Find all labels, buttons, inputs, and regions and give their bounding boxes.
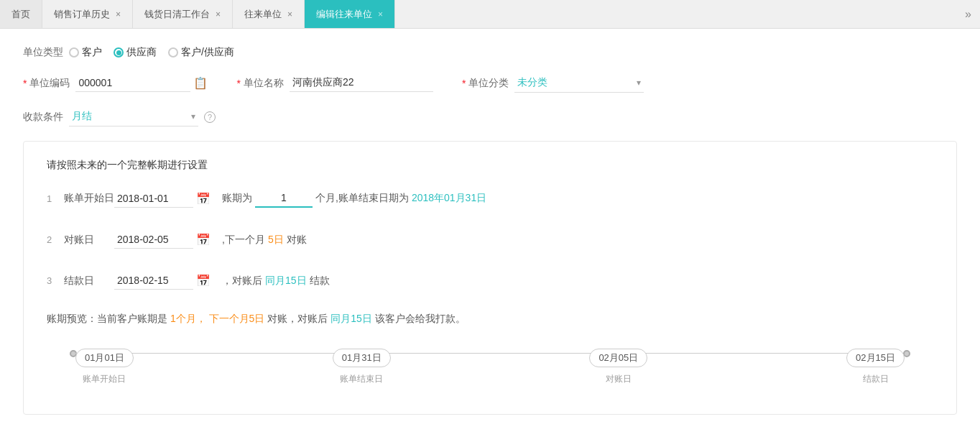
preview-label: 账期预览：当前客户账期是 bbox=[47, 313, 167, 324]
period-desc-3-prefix: ，对账后 bbox=[222, 275, 262, 288]
timeline-nodes: 01月01日 账单开始日 01月31日 账单结束日 02月05日 对账日 bbox=[75, 343, 905, 385]
tl-label-0: 账单开始日 bbox=[83, 373, 126, 385]
tab-edit-partner-close[interactable]: × bbox=[378, 9, 383, 19]
tab-sales-history-close[interactable]: × bbox=[116, 9, 121, 19]
tl-label-3: 结款日 bbox=[863, 373, 889, 385]
timeline: 01月01日 账单开始日 01月31日 账单结束日 02月05日 对账日 bbox=[47, 343, 933, 385]
unit-code-copy-icon[interactable]: 📋 bbox=[193, 76, 208, 90]
payment-row: 收款条件 月结 ▾ ? bbox=[23, 107, 957, 126]
tab-home[interactable]: 首页 bbox=[0, 0, 42, 28]
period-cal-3-icon[interactable]: 📅 bbox=[196, 274, 211, 288]
period-name-1: 账单开始日 bbox=[64, 192, 114, 205]
unit-name-input[interactable] bbox=[290, 74, 433, 92]
tab-sales-history-label: 销售订单历史 bbox=[54, 8, 110, 21]
payment-label: 收款条件 bbox=[23, 111, 63, 124]
preview-section: 账期预览：当前客户账期是 1个月， 下一个月5日 对账，对账后 同月15日 该客… bbox=[47, 313, 933, 397]
radio-supplier[interactable]: 供应商 bbox=[114, 46, 157, 59]
unit-category-value: 未分类 bbox=[517, 76, 637, 89]
payment-value: 月结 bbox=[72, 110, 191, 123]
preview-part2: 下一个月5日 bbox=[209, 313, 265, 324]
period-end-date-highlight: 2018年01月31日 bbox=[412, 192, 486, 205]
radio-both-circle bbox=[168, 47, 178, 58]
tl-label-1: 账单结束日 bbox=[340, 373, 383, 385]
period-row-2: 2 对账日 📅 ,下一个月 5日 对账 bbox=[47, 231, 933, 254]
unit-code-label: 单位编码 bbox=[29, 77, 70, 90]
tab-partner-label: 往来单位 bbox=[244, 8, 282, 21]
period-row-3: 3 结款日 📅 ，对账后 同月15日 结款 bbox=[47, 272, 933, 295]
period-desc-2: ,下一个月 5日 对账 bbox=[222, 234, 307, 247]
tl-label-2: 对账日 bbox=[606, 373, 632, 385]
period-desc-3-suffix: 结款 bbox=[310, 275, 330, 288]
tab-bar: 首页 销售订单历史 × 钱货日清工作台 × 往来单位 × 编辑往来单位 × » bbox=[0, 0, 980, 29]
radio-customer[interactable]: 客户 bbox=[69, 46, 102, 59]
unit-info-row: * 单位编码 📋 * 单位名称 * 单位分类 未分类 ▾ bbox=[23, 73, 957, 93]
tab-cash-work[interactable]: 钱货日清工作台 × bbox=[133, 0, 233, 28]
unit-category-arrow-icon: ▾ bbox=[637, 78, 641, 88]
unit-code-group: * 单位编码 📋 bbox=[23, 74, 208, 92]
card-title: 请按照未来的一个完整帐期进行设置 bbox=[47, 159, 933, 172]
unit-category-dropdown[interactable]: 未分类 ▾ bbox=[514, 73, 644, 93]
tab-more-icon: » bbox=[965, 8, 971, 20]
period-desc-1: 账期为 个月,账单结束日期为 2018年01月31日 bbox=[222, 189, 486, 208]
radio-both[interactable]: 客户/供应商 bbox=[168, 46, 234, 59]
timeline-node-3: 02月15日 结款日 bbox=[846, 343, 905, 385]
preview-text: 账期预览：当前客户账期是 1个月， 下一个月5日 对账，对账后 同月15日 该客… bbox=[47, 313, 933, 326]
tab-more-button[interactable]: » bbox=[956, 8, 980, 21]
period-date-3[interactable] bbox=[114, 272, 193, 290]
tab-edit-partner-label: 编辑往来单位 bbox=[316, 8, 372, 21]
period-desc-3: ，对账后 同月15日 结款 bbox=[222, 275, 330, 288]
timeline-node-1: 01月31日 账单结束日 bbox=[333, 343, 391, 385]
unit-code-star: * bbox=[23, 78, 27, 89]
preview-part3: 同月15日 bbox=[330, 313, 372, 324]
payment-help-icon[interactable]: ? bbox=[204, 111, 216, 123]
page-content: 单位类型 客户 供应商 客户/供应商 * 单位编码 📋 * 单位名称 bbox=[0, 29, 980, 437]
radio-both-label: 客户/供应商 bbox=[181, 46, 234, 59]
preview-middle: 对账，对账后 bbox=[267, 313, 328, 324]
period-date-1[interactable] bbox=[114, 190, 193, 208]
unit-type-row: 单位类型 客户 供应商 客户/供应商 bbox=[23, 46, 957, 59]
tab-edit-partner[interactable]: 编辑往来单位 × bbox=[305, 0, 395, 28]
timeline-node-0: 01月01日 账单开始日 bbox=[75, 343, 134, 385]
tab-cash-work-close[interactable]: × bbox=[216, 9, 221, 19]
period-desc-2-prefix: ,下一个月 bbox=[222, 234, 265, 247]
period-date-2[interactable] bbox=[114, 231, 193, 249]
unit-type-radio-group: 客户 供应商 客户/供应商 bbox=[69, 46, 234, 59]
tab-partner-close[interactable]: × bbox=[287, 9, 292, 19]
unit-name-star: * bbox=[236, 78, 240, 89]
radio-supplier-label: 供应商 bbox=[126, 46, 157, 59]
payment-arrow-icon: ▾ bbox=[191, 111, 195, 121]
unit-name-label: 单位名称 bbox=[244, 77, 284, 90]
tab-sales-history[interactable]: 销售订单历史 × bbox=[42, 0, 133, 28]
period-rec-day-highlight: 5日 bbox=[268, 234, 284, 247]
radio-supplier-circle bbox=[114, 47, 124, 58]
radio-customer-circle bbox=[69, 47, 79, 58]
period-num-2: 2 bbox=[47, 234, 64, 245]
timeline-node-2: 02月05日 对账日 bbox=[589, 343, 647, 385]
tl-badge-0: 01月01日 bbox=[75, 349, 134, 367]
tl-badge-3: 02月15日 bbox=[846, 349, 905, 367]
period-name-2: 对账日 bbox=[64, 234, 114, 247]
period-month-input[interactable] bbox=[255, 189, 313, 208]
period-settings-card: 请按照未来的一个完整帐期进行设置 1 账单开始日 📅 账期为 个月,账单结束日期… bbox=[23, 141, 957, 415]
period-cal-1-icon[interactable]: 📅 bbox=[196, 192, 211, 206]
tl-badge-2: 02月05日 bbox=[589, 349, 647, 367]
unit-category-label: 单位分类 bbox=[468, 77, 509, 90]
unit-category-group: * 单位分类 未分类 ▾ bbox=[462, 73, 644, 93]
period-pay-day-highlight: 同月15日 bbox=[265, 275, 307, 288]
period-cal-2-icon[interactable]: 📅 bbox=[196, 233, 211, 247]
tab-cash-work-label: 钱货日清工作台 bbox=[144, 8, 210, 21]
tl-badge-1: 01月31日 bbox=[333, 349, 391, 367]
period-desc-1-suffix: 个月,账单结束日期为 bbox=[315, 192, 409, 205]
payment-dropdown[interactable]: 月结 ▾ bbox=[69, 107, 198, 126]
period-desc-2-suffix: 对账 bbox=[287, 234, 307, 247]
radio-customer-label: 客户 bbox=[82, 46, 102, 59]
preview-end: 该客户会给我打款。 bbox=[375, 313, 466, 324]
period-num-3: 3 bbox=[47, 275, 64, 286]
unit-category-star: * bbox=[462, 78, 466, 89]
tab-partner[interactable]: 往来单位 × bbox=[233, 0, 305, 28]
unit-name-group: * 单位名称 bbox=[236, 74, 433, 92]
period-desc-1-prefix: 账期为 bbox=[222, 192, 252, 205]
unit-code-input[interactable] bbox=[75, 74, 190, 92]
preview-part1: 1个月， bbox=[170, 313, 206, 324]
period-row-1: 1 账单开始日 📅 账期为 个月,账单结束日期为 2018年01月31日 bbox=[47, 189, 933, 213]
